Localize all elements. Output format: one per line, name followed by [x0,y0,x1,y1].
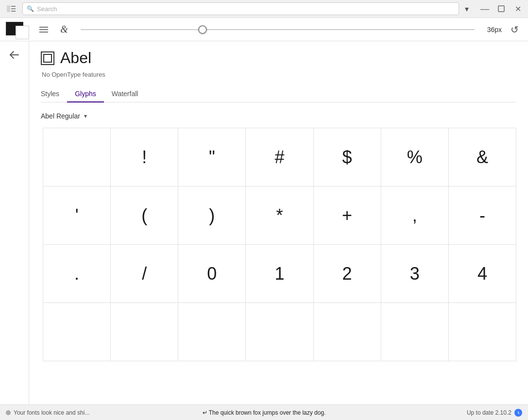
search-dropdown-button[interactable]: ▾ [461,3,473,15]
opentype-button[interactable]: & [56,22,72,37]
back-button[interactable] [7,47,22,63]
statusbar-right: Up to date 2.10.2 [350,409,522,417]
font-title: Abel [60,49,91,67]
glyph-cell[interactable]: ) [178,186,246,245]
glyph-cell [449,303,516,361]
main-content: Abel No OpenType features Styles Glyphs … [0,41,528,404]
glyph-cell [111,303,178,361]
toolbar: & 36px ↺ [0,18,528,41]
statusbar-left-text: Your fonts look nice and shi... [14,409,89,416]
glyph-cell [381,303,449,361]
svg-rect-9 [44,54,51,62]
list-view-button[interactable] [36,22,51,37]
style-dropdown-label: Abel Regular [41,112,80,120]
glyph-cell[interactable]: " [178,128,246,186]
glyph-cell[interactable]: , [381,186,449,245]
glyph-cell[interactable]: . [43,245,111,303]
svg-rect-4 [498,6,504,12]
search-icon: 🔍 [27,5,34,12]
glyph-cell[interactable]: 0 [178,245,246,303]
glyph-cell[interactable]: # [246,128,313,186]
search-placeholder: Search [37,5,57,13]
glyph-cell[interactable]: ( [111,186,178,245]
glyph-cell[interactable]: + [314,186,381,245]
glyph-cell[interactable]: 4 [449,245,516,303]
glyph-cell[interactable]: 1 [246,245,313,303]
close-button[interactable]: ✕ [511,2,524,15]
tab-waterfall[interactable]: Waterfall [104,86,146,102]
glyph-cell[interactable]: ' [43,186,111,245]
glyph-cell[interactable]: % [381,128,449,186]
font-icon [41,51,54,65]
glyph-cell[interactable]: 2 [314,245,381,303]
titlebar: 🔍 Search ▾ — ✕ [0,0,528,18]
minimize-button[interactable]: — [478,2,491,15]
dropdown-chevron-icon: ▾ [84,113,87,119]
font-detail-panel: Abel No OpenType features Styles Glyphs … [29,41,528,404]
tab-styles[interactable]: Styles [41,86,67,102]
glyph-cell[interactable]: - [449,186,516,245]
window-controls: — ✕ [478,2,524,15]
size-label: 36px [483,26,502,34]
version-text: Up to date 2.10.2 [467,409,511,416]
preview-text: ↵ The quick brown fox jumps over the laz… [203,409,326,416]
glyph-cell[interactable]: / [111,245,178,303]
font-tabs: Styles Glyphs Waterfall [41,86,516,102]
statusbar-center: ↵ The quick brown fox jumps over the laz… [178,409,350,416]
glyph-cell[interactable]: * [246,186,313,245]
glyph-grid: !"#$%&'()*+,-./01234 [43,128,516,361]
sidebar-back [0,41,29,404]
font-subtitle: No OpenType features [42,71,516,78]
size-slider-container [81,29,475,30]
glyph-cell[interactable]: 3 [381,245,449,303]
glyph-cell [43,303,111,361]
glyph-cell [43,128,111,186]
glyph-cell [246,303,313,361]
maximize-button[interactable] [495,2,508,15]
svg-rect-0 [7,5,10,12]
tab-glyphs[interactable]: Glyphs [67,86,104,102]
search-bar[interactable]: 🔍 Search [22,2,459,15]
size-slider-fill [81,29,203,30]
glyph-cell[interactable]: & [449,128,516,186]
statusbar: Your fonts look nice and shi... ↵ The qu… [0,404,528,420]
reset-button[interactable]: ↺ [507,22,522,37]
statusbar-left: Your fonts look nice and shi... [6,409,178,416]
glyph-cell [314,303,381,361]
update-icon[interactable] [514,409,522,417]
font-header: Abel [41,49,516,67]
glyph-cell [178,303,246,361]
color-picker[interactable] [6,22,31,37]
glyph-cell[interactable]: ! [111,128,178,186]
status-dot [6,410,11,415]
style-dropdown[interactable]: Abel Regular ▾ [41,112,516,120]
size-slider-thumb[interactable] [198,25,207,34]
background-color[interactable] [16,26,29,39]
glyph-cell[interactable]: $ [314,128,381,186]
size-slider-track [81,29,475,30]
sidebar-toggle-button[interactable] [4,1,18,16]
